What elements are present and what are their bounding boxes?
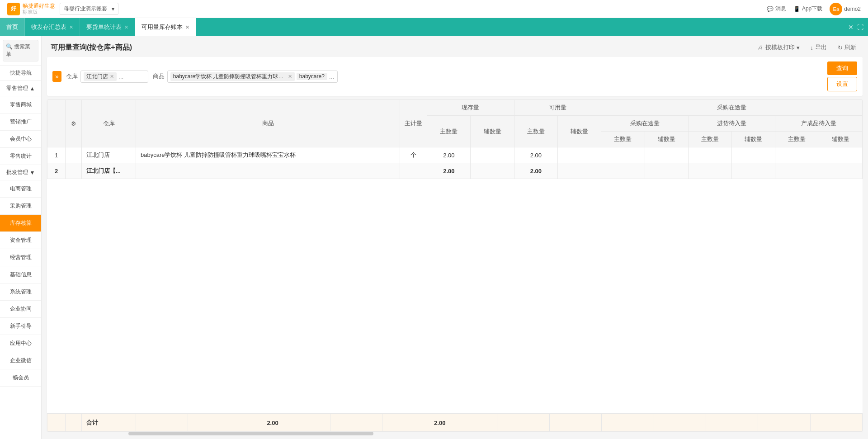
system-label: 系统管理 — [10, 288, 32, 296]
user-action[interactable]: Ea demo2 — [830, 3, 861, 15]
tab-orders[interactable]: 要货单统计表 ✕ — [80, 18, 135, 36]
th-warehouse: 仓库 — [82, 100, 136, 147]
table-row: 1 江北门店 babycare学饮杯 儿童防摔防撞吸管杯重力球吸嘴杯宝宝水杯 个… — [47, 147, 863, 163]
operations-label: 经营管理 — [10, 254, 32, 261]
scroll-thumb[interactable] — [128, 432, 373, 435]
horizontal-scrollbar[interactable] — [47, 432, 863, 435]
th-inbound-pending: 进货待入量 — [688, 116, 775, 132]
th-product-pending: 产成品待入量 — [775, 116, 863, 132]
sidebar-item-enterprise[interactable]: 企业协同 — [0, 301, 41, 318]
row-product-main — [775, 147, 819, 163]
sidebar-item-ecommerce[interactable]: 电商管理 — [0, 180, 41, 198]
filter-bar: » 仓库 江北门店 ✕ ... 商品 babycare学饮杯 儿童防摔防撞吸管杯… — [47, 57, 863, 96]
available-tab-label: 可用量库存账本 — [142, 23, 183, 31]
sidebar-item-members[interactable]: 畅会员 — [0, 369, 41, 387]
close-icon[interactable]: ✕ — [69, 24, 73, 30]
sidebar-search-area: 🔍 搜索菜单 — [0, 36, 41, 66]
expand-icon[interactable]: ⛶ — [857, 24, 863, 31]
product-tag-2-value: babycare? — [299, 73, 325, 80]
sidebar-item-newbie[interactable]: 新手引导 — [0, 318, 41, 335]
sidebar-item-app-center[interactable]: 应用中心 — [0, 335, 41, 352]
th-current-main: 主数量 — [427, 116, 471, 147]
username-label: demo2 — [844, 6, 861, 12]
retail-mgmt-label: 零售管理 — [6, 85, 28, 92]
th-settings[interactable]: ⚙ — [66, 100, 82, 147]
tab-available[interactable]: 可用量库存账本 ✕ — [135, 18, 196, 36]
sidebar-item-retail-mgmt[interactable]: 零售管理 ▲ — [0, 81, 41, 96]
row-avail-main: 2.00 — [514, 147, 557, 163]
row-warehouse: 江北门店 — [82, 147, 136, 163]
sidebar-item-wholesale[interactable]: 批发管理 ▼ — [0, 165, 41, 180]
enterprise-wechat-label: 企业微信 — [10, 357, 32, 364]
search-menu-button[interactable]: 🔍 搜索菜单 — [3, 40, 38, 61]
chevron-down-icon: ▾ — [112, 6, 114, 12]
product-label: 商品 — [153, 72, 165, 80]
remove-warehouse-icon[interactable]: ✕ — [110, 74, 114, 80]
th-avail-main: 主数量 — [514, 116, 557, 147]
sidebar-item-marketing[interactable]: 营销推广 — [0, 113, 41, 131]
product-more-icon[interactable]: ... — [329, 73, 335, 80]
table-row: 2 江北门店【... 2.00 2.00 — [47, 163, 863, 179]
sidebar-item-quick-nav[interactable]: 快捷导航 — [0, 66, 41, 81]
tab-home[interactable]: 首页 — [0, 18, 25, 36]
th-product-main: 主数量 — [775, 132, 819, 147]
remove-product1-icon[interactable]: ✕ — [288, 74, 292, 80]
row-purchase-main — [601, 147, 645, 163]
page-header: 可用量查询(按仓库+商品) 🖨 按模板打印 ▾ ↓ 导出 ↻ 刷新 — [42, 36, 868, 57]
message-action[interactable]: 💬 消息 — [767, 5, 786, 13]
warehouse-value: 江北门店 — [86, 73, 108, 80]
top-bar-right: 💬 消息 📱 App下载 Ea demo2 — [767, 3, 861, 15]
tab-receipts[interactable]: 收发存汇总表 ✕ — [25, 18, 80, 36]
close-icon[interactable]: ✕ — [124, 24, 128, 30]
row-avail-aux — [558, 147, 601, 163]
th-inbound-main: 主数量 — [688, 132, 731, 147]
sidebar-item-purchase[interactable]: 采购管理 — [0, 198, 41, 215]
query-button[interactable]: 查询 — [827, 61, 857, 75]
th-purchase-aux: 辅数量 — [645, 132, 688, 147]
th-rownum — [47, 100, 66, 147]
sidebar-item-operations[interactable]: 经营管理 — [0, 249, 41, 266]
sidebar-item-enterprise-wechat[interactable]: 企业微信 — [0, 352, 41, 369]
quick-nav-label: 快捷导航 — [10, 70, 32, 76]
warehouse-tag-group[interactable]: 江北门店 ✕ ... — [80, 71, 148, 83]
product-tag-1: babycare学饮杯 儿童防摔防撞吸管杯重力球吸嘴杯宝宝水杯 ✕ — [170, 72, 295, 81]
inventory-label: 库存核算 — [10, 219, 32, 227]
store-name: 母婴行业演示账套 — [64, 5, 107, 13]
sidebar-item-basic-info[interactable]: 基础信息 — [0, 266, 41, 283]
row-inbound-aux — [732, 147, 775, 163]
app-download-action[interactable]: 📱 App下载 — [793, 5, 822, 13]
retail-stats-label: 零售统计 — [10, 152, 32, 160]
refresh-button[interactable]: ↻ 刷新 — [835, 42, 859, 53]
th-available: 可用量 — [514, 100, 601, 116]
table-footer: 合计 2.00 2.00 — [47, 413, 863, 432]
page-actions: 🖨 按模板打印 ▾ ↓ 导出 ↻ 刷新 — [755, 42, 859, 53]
sidebar-item-retail-stats[interactable]: 零售统计 — [0, 148, 41, 165]
finance-label: 资金管理 — [10, 236, 32, 244]
row-product-aux — [819, 163, 862, 179]
ecommerce-label: 电商管理 — [10, 185, 32, 193]
sidebar-item-retail-mall[interactable]: 零售商城 — [0, 96, 41, 113]
sidebar-item-finance[interactable]: 资金管理 — [0, 232, 41, 249]
th-current-stock: 现存量 — [427, 100, 514, 116]
row-settings — [66, 163, 82, 179]
close-tab-icon[interactable]: ✕ — [848, 24, 854, 31]
refresh-label: 刷新 — [844, 43, 856, 52]
row-purchase-main — [601, 163, 645, 179]
store-selector[interactable]: 母婴行业演示账套 ▾ — [60, 3, 118, 15]
th-product-aux: 辅数量 — [819, 132, 862, 147]
marketing-label: 营销推广 — [10, 118, 32, 126]
th-purchase-intransit: 采购在途量 — [601, 116, 689, 132]
product-tag-group[interactable]: babycare学饮杯 儿童防摔防撞吸管杯重力球吸嘴杯宝宝水杯 ✕ babyca… — [167, 71, 338, 83]
export-button[interactable]: ↓ 导出 — [808, 42, 830, 53]
filter-expand-button[interactable]: » — [52, 71, 61, 82]
sidebar-item-member[interactable]: 会员中心 — [0, 131, 41, 148]
settings-button[interactable]: 设置 — [827, 77, 857, 91]
warehouse-more-icon[interactable]: ... — [118, 73, 124, 80]
close-icon[interactable]: ✕ — [185, 24, 189, 30]
template-print-button[interactable]: 🖨 按模板打印 ▾ — [755, 42, 802, 53]
sidebar-item-inventory[interactable]: 库存核算 — [0, 215, 41, 232]
row-current-aux — [471, 147, 514, 163]
sidebar-item-system[interactable]: 系统管理 — [0, 283, 41, 301]
newbie-label: 新手引导 — [10, 322, 32, 330]
row-current-main: 2.00 — [427, 163, 471, 179]
